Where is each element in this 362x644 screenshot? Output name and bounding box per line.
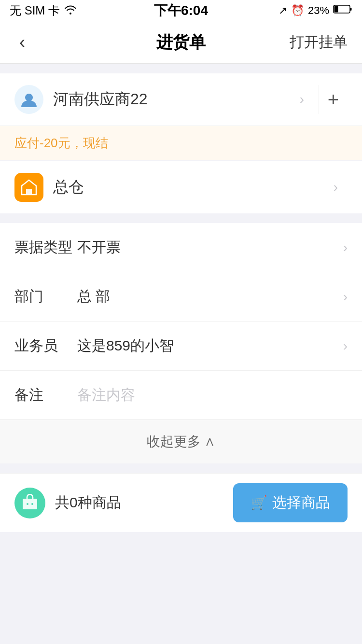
carrier-label: 无 SIM 卡 <box>10 3 60 18</box>
nav-bar: ‹ 进货单 打开挂单 <box>0 21 362 64</box>
department-row[interactable]: 部门 总 部 › <box>0 272 362 322</box>
remark-label: 备注 <box>14 385 77 405</box>
warehouse-chevron-icon: › <box>334 180 338 195</box>
open-hang-order-button[interactable]: 打开挂单 <box>290 32 348 52</box>
invoice-type-label: 票据类型 <box>14 238 77 257</box>
page-title: 进货单 <box>156 31 206 54</box>
supplier-row[interactable]: 河南供应商22 › + <box>0 73 362 126</box>
salesperson-chevron-icon: › <box>343 338 348 354</box>
battery-label: 23% <box>308 4 329 17</box>
supplier-avatar <box>14 85 43 114</box>
remark-row[interactable]: 备注 备注内容 <box>0 371 362 420</box>
time-label: 下午6:04 <box>154 1 208 20</box>
supplier-chevron-icon: › <box>300 92 304 107</box>
battery-icon <box>333 4 352 17</box>
svg-rect-2 <box>350 8 352 11</box>
salesperson-label: 业务员 <box>14 336 77 356</box>
select-product-label: 选择商品 <box>272 493 330 513</box>
product-count-label: 共0种商品 <box>55 493 233 513</box>
svg-point-3 <box>25 94 33 101</box>
warehouse-section: 总仓 › <box>0 161 362 213</box>
add-supplier-button[interactable]: + <box>319 85 348 114</box>
svg-point-7 <box>31 503 33 505</box>
wifi-icon <box>64 4 77 17</box>
salesperson-value: 这是859的小智 <box>77 336 343 356</box>
invoice-type-row[interactable]: 票据类型 不开票 › <box>0 223 362 272</box>
alarm-icon: ⏰ <box>291 4 304 17</box>
warehouse-row[interactable]: 总仓 › <box>0 161 362 213</box>
remark-input[interactable]: 备注内容 <box>77 385 348 405</box>
select-product-button[interactable]: 🛒 选择商品 <box>233 483 348 522</box>
main-background <box>0 532 362 644</box>
location-icon: ↗ <box>278 4 287 17</box>
department-value: 总 部 <box>77 287 343 307</box>
product-icon <box>14 488 45 518</box>
department-chevron-icon: › <box>343 289 348 305</box>
bottom-bar: 共0种商品 🛒 选择商品 <box>0 473 362 532</box>
warehouse-name: 总仓 <box>53 177 334 198</box>
collapse-label: 收起更多 ∧ <box>147 433 216 451</box>
department-label: 部门 <box>14 287 77 307</box>
invoice-type-chevron-icon: › <box>343 240 348 255</box>
status-bar: 无 SIM 卡 下午6:04 ↗ ⏰ 23% <box>0 0 362 21</box>
svg-rect-5 <box>23 499 37 509</box>
notice-row: 应付-20元，现结 <box>0 126 362 160</box>
collapse-row[interactable]: 收起更多 ∧ <box>0 420 362 463</box>
svg-rect-1 <box>334 6 338 13</box>
supplier-name: 河南供应商22 <box>53 89 300 110</box>
status-right: ↗ ⏰ 23% <box>278 4 352 17</box>
supplier-section: 河南供应商22 › + 应付-20元，现结 <box>0 73 362 160</box>
form-section: 票据类型 不开票 › 部门 总 部 › 业务员 这是859的小智 › 备注 备注… <box>0 223 362 420</box>
svg-point-6 <box>27 503 28 505</box>
status-left: 无 SIM 卡 <box>10 3 77 18</box>
invoice-type-value: 不开票 <box>77 238 343 257</box>
svg-rect-4 <box>26 189 32 195</box>
salesperson-row[interactable]: 业务员 这是859的小智 › <box>0 322 362 371</box>
select-product-icon: 🛒 <box>251 495 267 511</box>
warehouse-icon <box>14 173 43 202</box>
section-gap-1 <box>0 64 362 73</box>
back-button[interactable]: ‹ <box>14 28 30 57</box>
